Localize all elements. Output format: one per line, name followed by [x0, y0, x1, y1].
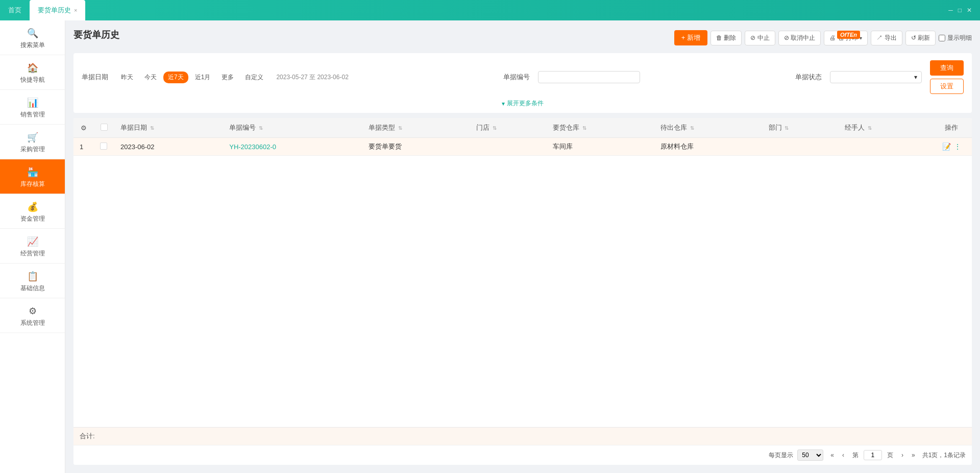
th-store[interactable]: 门店 ⇅: [470, 118, 547, 138]
sort-dept-icon: ⇅: [785, 125, 789, 131]
th-action: 操作: [931, 118, 972, 138]
tab-home-label: 首页: [8, 6, 21, 15]
sidebar-item-purchase[interactable]: 🛒 采购管理: [0, 125, 65, 159]
per-page-select[interactable]: 10 20 50 100: [797, 450, 823, 461]
expand-more-row: ▾ 展开更多条件: [82, 99, 964, 108]
query-button[interactable]: 查询: [930, 60, 964, 76]
sidebar-item-purchase-label: 采购管理: [20, 145, 45, 154]
th-date[interactable]: 单据日期 ⇅: [114, 118, 223, 138]
sidebar-item-quick-nav-label: 快捷导航: [20, 76, 45, 84]
expand-more-button[interactable]: ▾ 展开更多条件: [502, 99, 544, 108]
date-btn-1month[interactable]: 近1月: [190, 72, 215, 83]
sort-date-icon: ⇅: [150, 125, 154, 131]
sidebar-item-sales-label: 销售管理: [20, 110, 45, 119]
action-icons-wrap: 📝 ⋮: [937, 143, 966, 151]
date-btn-today[interactable]: 今天: [140, 72, 161, 83]
refresh-button[interactable]: ↺ 刷新: [905, 31, 936, 45]
inventory-icon: 🏪: [27, 167, 38, 178]
date-btn-yesterday[interactable]: 昨天: [116, 72, 138, 83]
status-select[interactable]: ▾: [830, 71, 922, 83]
filter-panel: 单据日期 昨天 今天 近7天 近1月 更多 自定义 2023-05-27 至 2…: [74, 53, 972, 113]
date-range-display: 2023-05-27 至 2023-06-02: [276, 73, 348, 82]
stop-button[interactable]: ⊘ 中止: [745, 31, 775, 45]
date-btn-7days[interactable]: 近7天: [163, 72, 188, 83]
status-label: 单据状态: [795, 73, 822, 82]
sidebar-item-system[interactable]: ⚙ 系统管理: [0, 298, 65, 333]
header-actions: + 新增 🗑 删除 ⊘ 中止 ⊘ 取消中止 🖨 🖨 打印 ▾ ↗ 导出 ↺ 刷新…: [674, 30, 972, 45]
tab-home[interactable]: 首页: [0, 0, 30, 20]
purchase-icon: 🛒: [27, 132, 38, 143]
sidebar-item-search-menu-label: 搜索菜单: [20, 41, 45, 50]
sort-billtype-icon: ⇅: [398, 125, 402, 131]
th-checkbox[interactable]: [94, 118, 114, 138]
bill-no-input[interactable]: [538, 71, 640, 83]
tab-close-icon[interactable]: ×: [74, 7, 77, 13]
display-detail-label: 显示明细: [947, 34, 972, 42]
sort-pend-warehouse-icon: ⇅: [690, 125, 694, 131]
row-store: [470, 138, 547, 156]
display-detail-checkbox[interactable]: [939, 35, 945, 41]
status-dropdown-icon: ▾: [914, 74, 917, 81]
sidebar-item-system-label: 系统管理: [20, 319, 45, 327]
next-page-icon[interactable]: ›: [898, 451, 906, 460]
sidebar-item-basic-info[interactable]: 📋 基础信息: [0, 264, 65, 298]
th-bill-no[interactable]: 单据编号 ⇅: [223, 118, 362, 138]
window-maximize-icon[interactable]: □: [958, 7, 962, 14]
bill-no-link[interactable]: YH-20230602-0: [229, 143, 276, 151]
display-detail-toggle[interactable]: 显示明细: [939, 34, 972, 42]
sidebar-item-finance[interactable]: 💰 资金管理: [0, 194, 65, 229]
search-menu-icon: 🔍: [27, 28, 38, 39]
sidebar-item-sales[interactable]: 📊 销售管理: [0, 90, 65, 125]
th-handler[interactable]: 经手人 ⇅: [839, 118, 931, 138]
sidebar-item-search-menu[interactable]: 🔍 搜索菜单: [0, 20, 65, 55]
sidebar-item-operations[interactable]: 📈 经营管理: [0, 229, 65, 264]
th-department[interactable]: 部门 ⇅: [763, 118, 839, 138]
system-icon: ⚙: [29, 305, 37, 317]
expand-label: 展开更多条件: [507, 99, 544, 108]
cancel-stop-button[interactable]: ⊘ 取消中止: [778, 31, 821, 45]
row-checkbox[interactable]: [94, 138, 114, 156]
sidebar-item-inventory[interactable]: 🏪 库存核算: [0, 159, 65, 194]
sidebar-item-finance-label: 资金管理: [20, 215, 45, 223]
table-footer: 合计:: [74, 427, 972, 445]
select-all-checkbox[interactable]: [101, 124, 108, 131]
row-date: 2023-06-02: [114, 138, 223, 156]
main-layout: 🔍 搜索菜单 🏠 快捷导航 📊 销售管理 🛒 采购管理 🏪 库存核算 💰 资金管…: [0, 20, 980, 473]
th-request-warehouse[interactable]: 要货仓库 ⇅: [547, 118, 654, 138]
page-number-input[interactable]: [864, 450, 882, 460]
page-nav: « ‹ 第 页 › »: [827, 450, 918, 461]
sidebar-item-inventory-label: 库存核算: [20, 180, 45, 188]
date-filter-label: 单据日期: [82, 73, 108, 82]
row-pending-warehouse: 原材料仓库: [654, 138, 762, 156]
window-minimize-icon[interactable]: ─: [948, 7, 953, 14]
row-more-icon[interactable]: ⋮: [954, 143, 961, 151]
sidebar-item-quick-nav[interactable]: 🏠 快捷导航: [0, 55, 65, 90]
row-edit-icon[interactable]: 📝: [942, 143, 951, 151]
date-buttons: 昨天 今天 近7天 近1月 更多 自定义: [116, 72, 268, 83]
table-header-row: ⚙ 单据日期 ⇅ 单据编号 ⇅: [74, 118, 972, 138]
tab-purchase-history[interactable]: 要货单历史 ×: [30, 0, 85, 20]
total-records-label: 共1页，1条记录: [922, 451, 966, 460]
sidebar: 🔍 搜索菜单 🏠 快捷导航 📊 销售管理 🛒 采购管理 🏪 库存核算 💰 资金管…: [0, 20, 65, 473]
th-pending-warehouse[interactable]: 待出仓库 ⇅: [654, 118, 762, 138]
sales-icon: 📊: [27, 97, 38, 108]
th-bill-type[interactable]: 单据类型 ⇅: [362, 118, 470, 138]
date-btn-custom[interactable]: 自定义: [240, 72, 268, 83]
finance-icon: 💰: [27, 201, 38, 212]
delete-button[interactable]: 🗑 删除: [710, 31, 742, 45]
date-btn-more[interactable]: 更多: [217, 72, 238, 83]
prev-page-icon[interactable]: ‹: [839, 451, 847, 460]
row-bill-no: YH-20230602-0: [223, 138, 362, 156]
th-settings[interactable]: ⚙: [74, 118, 94, 138]
new-button[interactable]: + 新增: [674, 30, 707, 45]
settings-col-icon: ⚙: [81, 124, 87, 132]
sort-handler-icon: ⇅: [868, 125, 872, 131]
table-row: 1 2023-06-02 YH-20230602-0 要货单要货 车间库 原材料…: [74, 138, 972, 156]
basic-info-icon: 📋: [27, 271, 38, 282]
export-button[interactable]: ↗ 导出: [871, 31, 902, 45]
first-page-icon[interactable]: «: [827, 451, 837, 460]
last-page-icon[interactable]: »: [909, 451, 918, 460]
window-close-icon[interactable]: ✕: [967, 7, 972, 14]
filter-row-date: 单据日期 昨天 今天 近7天 近1月 更多 自定义 2023-05-27 至 2…: [82, 60, 964, 94]
settings-button[interactable]: 设置: [930, 79, 964, 94]
